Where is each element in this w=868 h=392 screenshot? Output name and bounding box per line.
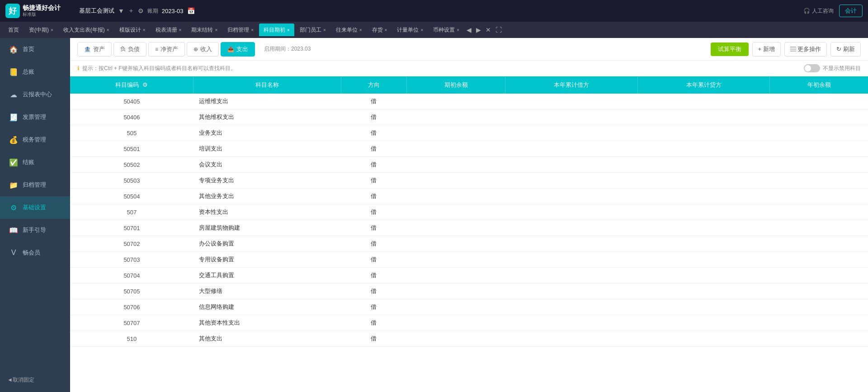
sidebar-item-checkout[interactable]: ✅ 结账 (0, 151, 70, 174)
tab-income[interactable]: 收入支出表(年报) × (59, 24, 114, 36)
add-tab-icon[interactable]: ＋ (128, 7, 134, 15)
cell-name: 信息网络购建 (193, 299, 341, 315)
sidebar-item-cloud-report[interactable]: ☁ 云报表中心 (0, 83, 70, 106)
tab-subject-init[interactable]: 科目期初 × (259, 24, 294, 36)
tab-unit-label: 计量单位 (397, 26, 419, 34)
table-row[interactable]: 50707 其他资本性支出 借 (70, 315, 868, 331)
tab-currency[interactable]: 币种设置 × (429, 24, 464, 36)
table-row[interactable]: 50701 房屋建筑物购建 借 (70, 220, 868, 236)
pin-button[interactable]: ◄取消固定 (0, 373, 70, 387)
tab-inventory[interactable]: 存货 × (368, 24, 392, 36)
tab-home[interactable]: 首页 (4, 24, 24, 36)
cell-name: 其他资本性支出 (193, 315, 341, 331)
cell-opening (406, 331, 505, 347)
tab-dept[interactable]: 部门员工 × (295, 24, 330, 36)
cell-year-opening (770, 125, 868, 141)
tab-tax[interactable]: 税表清册 × (151, 24, 186, 36)
tab-template[interactable]: 模版设计 × (115, 24, 150, 36)
logo-icon: 好 (5, 4, 20, 18)
dropdown-icon[interactable]: ▼ (118, 7, 124, 14)
cell-ytd-debit (505, 173, 637, 189)
table-row[interactable]: 50406 其他维权支出 借 (70, 109, 868, 125)
balance-button[interactable]: 试算平衡 (711, 43, 749, 56)
table-row[interactable]: 510 其他支出 借 (70, 331, 868, 347)
table-row[interactable]: 50502 会议支出 借 (70, 157, 868, 173)
tab-period-end-close[interactable]: × (215, 28, 217, 33)
tab-archive-close[interactable]: × (251, 28, 254, 33)
table-row[interactable]: 50705 大型修缮 借 (70, 283, 868, 299)
more-button[interactable]: ▤ 更多操作 (784, 42, 827, 57)
sidebar-bottom: ◄取消固定 (0, 368, 70, 392)
cell-ytd-credit (637, 252, 769, 268)
table-row[interactable]: 50706 信息网络购建 借 (70, 299, 868, 315)
tab-unit-close[interactable]: × (420, 28, 423, 33)
tab-expand-icon[interactable]: ⛶ (494, 26, 504, 33)
cell-code: 50501 (70, 141, 193, 157)
table-row[interactable]: 50501 培训支出 借 (70, 141, 868, 157)
tab-template-close[interactable]: × (143, 28, 146, 33)
sidebar-item-tax[interactable]: 💰 税务管理 (0, 128, 70, 151)
tab-contacts-close[interactable]: × (359, 28, 362, 33)
pin-label: ◄取消固定 (7, 376, 34, 384)
col-code: 科目编码 ⚙ (70, 76, 193, 94)
table-row[interactable]: 50405 运维维支出 借 (70, 94, 868, 109)
tab-archive[interactable]: 归档管理 × (223, 24, 258, 36)
sidebar-item-invoice[interactable]: 🧾 发票管理 (0, 106, 70, 128)
tab-tax-close[interactable]: × (179, 28, 182, 33)
cell-direction: 借 (341, 252, 406, 268)
tab-dept-close[interactable]: × (323, 28, 326, 33)
tab-close-all[interactable]: ✕ (484, 26, 493, 33)
tab-period-end[interactable]: 期末结转 × (187, 24, 222, 36)
account-button[interactable]: 会计 (839, 5, 863, 17)
calendar-icon[interactable]: 📅 (187, 7, 195, 14)
tab-currency-close[interactable]: × (457, 28, 459, 33)
table-row[interactable]: 50704 交通工具购置 借 (70, 268, 868, 283)
sub-tab-expense[interactable]: 📤 支出 (221, 42, 255, 57)
col-settings-icon[interactable]: ⚙ (142, 81, 148, 88)
company-name[interactable]: 基层工会测试 (79, 7, 114, 15)
table-row[interactable]: 505 业务支出 借 (70, 125, 868, 141)
sidebar-item-guide[interactable]: 📖 新手引导 (0, 219, 70, 241)
tab-nav-left[interactable]: ◀ (465, 26, 473, 33)
add-button[interactable]: + 新增 (752, 42, 781, 57)
tab-inventory-close[interactable]: × (385, 28, 387, 33)
cell-direction: 借 (341, 109, 406, 125)
sidebar-item-guide-label: 新手引导 (23, 226, 46, 234)
table-row[interactable]: 507 资本性支出 借 (70, 204, 868, 220)
sidebar-item-member[interactable]: V 畅会员 (0, 241, 70, 264)
tab-contacts[interactable]: 往来单位 × (331, 24, 367, 36)
cell-name: 大型修缮 (193, 283, 341, 299)
cell-name: 其他维权支出 (193, 109, 341, 125)
settings-icon[interactable]: ⚙ (138, 7, 144, 14)
tab-bar: 首页 资(中期) × 收入支出表(年报) × 模版设计 × 税表清册 × 期末结… (0, 22, 868, 38)
sidebar-item-member-label: 畅会员 (23, 249, 40, 257)
tab-balance-mid[interactable]: 资(中期) × (24, 24, 58, 36)
tab-balance-mid-close[interactable]: × (51, 28, 53, 33)
cell-year-opening (770, 236, 868, 252)
tab-unit[interactable]: 计量单位 × (392, 24, 428, 36)
col-name: 科目名称 (193, 76, 341, 94)
cell-ytd-debit (505, 331, 637, 347)
sidebar-item-archive[interactable]: 📁 归档管理 (0, 174, 70, 196)
refresh-button[interactable]: ↻ 刷新 (830, 42, 861, 57)
tab-nav-right[interactable]: ▶ (474, 26, 483, 33)
cell-year-opening (770, 157, 868, 173)
table-row[interactable]: 50503 专项业务支出 借 (70, 173, 868, 189)
table-row[interactable]: 50702 办公设备购置 借 (70, 236, 868, 252)
tab-currency-label: 币种设置 (433, 26, 455, 34)
sidebar-item-home[interactable]: 🏠 首页 (0, 38, 70, 61)
cell-opening (406, 157, 505, 173)
table-row[interactable]: 50703 专用设备购置 借 (70, 252, 868, 268)
sub-tab-asset[interactable]: 🏦 资产 (77, 42, 112, 57)
sidebar-item-basic[interactable]: ⚙ 基础设置 (0, 196, 70, 219)
sub-tab-net-asset[interactable]: ≡ 净资产 (148, 42, 185, 57)
table-row[interactable]: 50504 其他业务支出 借 (70, 189, 868, 204)
consult-button[interactable]: 🎧 人工咨询 (803, 7, 834, 15)
sidebar-item-ledger[interactable]: 📒 总账 (0, 61, 70, 83)
sub-tab-income[interactable]: ⊕ 收入 (187, 42, 219, 57)
cell-direction: 借 (341, 236, 406, 252)
toggle-disabled-subjects[interactable] (804, 64, 820, 72)
tab-subject-init-close[interactable]: × (287, 28, 290, 33)
tab-income-close[interactable]: × (107, 28, 109, 33)
sub-tab-liability[interactable]: 负 负债 (113, 42, 146, 57)
